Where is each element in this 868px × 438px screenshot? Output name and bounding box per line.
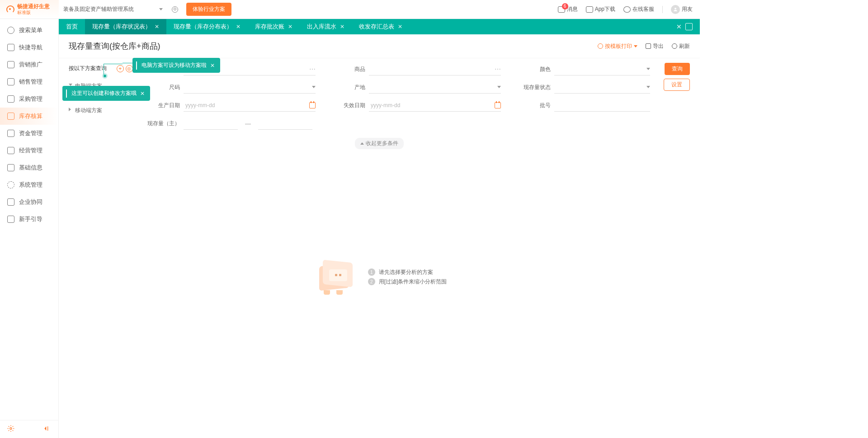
print-button[interactable]: 按模板打印 — [598, 42, 637, 50]
user-menu[interactable]: 用友 — [671, 5, 693, 14]
close-icon[interactable]: ✕ — [340, 24, 344, 30]
caret-up-icon — [360, 142, 364, 145]
settings-icon — [7, 181, 14, 188]
sidebar-item-inventory[interactable]: 库存核算 — [0, 108, 58, 125]
close-icon[interactable]: ✕ — [236, 24, 241, 30]
tab-label: 现存量（库存分布表） — [174, 23, 232, 31]
empty-state: 1请先选择要分析的方案 2用[过滤]条件来缩小分析范围 — [59, 152, 700, 438]
sidebar-item-marketing[interactable]: 营销推广 — [0, 56, 58, 73]
app-download-button[interactable]: App下载 — [586, 5, 615, 13]
chevron-down-icon — [646, 68, 650, 70]
origin-select[interactable] — [369, 81, 495, 94]
svg-point-0 — [675, 8, 676, 9]
close-icon[interactable]: ✕ — [210, 62, 215, 69]
tip-connector — [104, 64, 104, 75]
tab-stock-status[interactable]: 现存量（库存状况表）✕ — [85, 19, 166, 34]
close-icon[interactable]: ✕ — [398, 24, 402, 30]
tooltip-mobile-scheme: 电脑方案可设为移动方案啦 ✕ — [132, 58, 220, 73]
sidebar-item-label: 系统管理 — [19, 181, 42, 189]
chevron-down-icon — [312, 86, 316, 88]
print-icon — [598, 43, 603, 49]
settings-button[interactable] — [7, 425, 14, 433]
label-color: 颜色 — [514, 66, 551, 73]
headset-icon — [623, 6, 631, 13]
sidebar-item-basic[interactable]: 基础信息 — [0, 159, 58, 176]
sidebar-item-search[interactable]: 搜索菜单 — [0, 22, 58, 39]
fullscreen-icon[interactable] — [685, 23, 693, 30]
sidebar-item-label: 营销推广 — [19, 61, 42, 69]
logo-icon — [6, 5, 14, 14]
gear-icon[interactable] — [172, 6, 178, 13]
sidebar: 搜索菜单 快捷导航 营销推广 销售管理 采购管理 库存核算 资金管理 经营管理 … — [0, 19, 59, 438]
sidebar-item-finance[interactable]: 资金管理 — [0, 125, 58, 142]
tree-mobile-scheme[interactable]: 移动端方案 — [69, 104, 137, 117]
close-icon[interactable]: ✕ — [155, 24, 159, 30]
tab-summary[interactable]: 收发存汇总表✕ — [352, 19, 410, 34]
sidebar-item-label: 销售管理 — [19, 78, 42, 86]
gift-icon — [7, 61, 14, 68]
tab-home[interactable]: 首页 — [59, 19, 85, 34]
chevron-down-icon — [634, 45, 637, 47]
tab-label: 收发存汇总表 — [359, 23, 394, 31]
close-all-tabs-icon[interactable]: ✕ — [675, 23, 683, 30]
add-scheme-button[interactable]: + — [117, 65, 124, 72]
close-icon[interactable]: ✕ — [140, 90, 145, 97]
more-icon[interactable]: ⋯ — [495, 66, 501, 73]
collapse-filters-button[interactable]: 收起更多条件 — [355, 138, 404, 149]
user-name: 用友 — [682, 5, 693, 13]
calendar-icon[interactable] — [495, 102, 501, 108]
scheme-settings-button[interactable]: ◎ — [126, 65, 133, 72]
sidebar-item-guide[interactable]: 新手引导 — [0, 211, 58, 228]
collapse-sidebar-button[interactable] — [44, 425, 51, 433]
avatar-icon — [671, 5, 680, 14]
calendar-icon[interactable] — [309, 102, 316, 108]
system-name: 装备及固定资产辅助管理系统 — [63, 5, 134, 13]
tree-label: 移动端方案 — [75, 107, 102, 113]
sidebar-item-purchase[interactable]: 采购管理 — [0, 90, 58, 108]
sidebar-item-label: 经营管理 — [19, 146, 42, 155]
sidebar-item-sales[interactable]: 销售管理 — [0, 73, 58, 90]
tab-inout-flow[interactable]: 出入库流水✕ — [300, 19, 352, 34]
team-icon — [7, 198, 14, 206]
system-selector[interactable]: 装备及固定资产辅助管理系统 — [63, 5, 178, 13]
trial-button[interactable]: 体验行业方案 — [186, 3, 231, 16]
sidebar-item-quick-nav[interactable]: 快捷导航 — [0, 39, 58, 56]
color-select[interactable] — [554, 63, 645, 75]
size-select[interactable] — [184, 81, 310, 94]
qty-from-input[interactable] — [184, 117, 238, 130]
messages-button[interactable]: 6 消息 — [558, 5, 578, 13]
label-stock-status: 现存量状态 — [514, 84, 551, 91]
sidebar-item-system[interactable]: 系统管理 — [0, 176, 58, 193]
expiry-date-input[interactable] — [369, 99, 493, 112]
scheme-title: 按以下方案查询 — [69, 65, 107, 72]
refresh-label: 刷新 — [679, 42, 690, 50]
stock-status-select[interactable] — [554, 81, 645, 94]
tab-batch[interactable]: 库存批次账✕ — [248, 19, 300, 34]
more-icon[interactable]: ⋯ — [309, 66, 316, 73]
tab-label: 现存量（库存状况表） — [92, 23, 151, 31]
label-qty-main: 现存量（主） — [144, 120, 180, 127]
refresh-icon — [672, 43, 677, 49]
sidebar-item-operation[interactable]: 经营管理 — [0, 142, 58, 159]
qty-to-input[interactable] — [258, 117, 312, 130]
sidebar-item-label: 基础信息 — [19, 164, 42, 172]
settings-button[interactable]: 设置 — [664, 79, 690, 91]
tab-label: 库存批次账 — [255, 23, 284, 31]
online-service-button[interactable]: 在线客服 — [623, 5, 654, 13]
batch-input[interactable] — [554, 99, 650, 112]
tip-connector — [104, 64, 123, 64]
sidebar-item-collaboration[interactable]: 企业协同 — [0, 193, 58, 211]
sidebar-item-label: 库存核算 — [19, 112, 42, 120]
prod-date-input[interactable] — [184, 99, 307, 112]
close-icon[interactable]: ✕ — [288, 24, 292, 30]
refresh-button[interactable]: 刷新 — [672, 42, 690, 50]
export-label: 导出 — [653, 42, 664, 50]
phone-icon — [586, 6, 593, 13]
tooltip-create-scheme: 这里可以创建和修改方案哦 ✕ — [62, 86, 150, 101]
goods-input[interactable] — [369, 63, 493, 75]
chevron-down-icon — [497, 86, 501, 88]
online-service-label: 在线客服 — [632, 5, 654, 13]
query-button[interactable]: 查询 — [665, 63, 690, 75]
tab-stock-distribution[interactable]: 现存量（库存分布表）✕ — [166, 19, 248, 34]
export-button[interactable]: 导出 — [646, 42, 664, 50]
